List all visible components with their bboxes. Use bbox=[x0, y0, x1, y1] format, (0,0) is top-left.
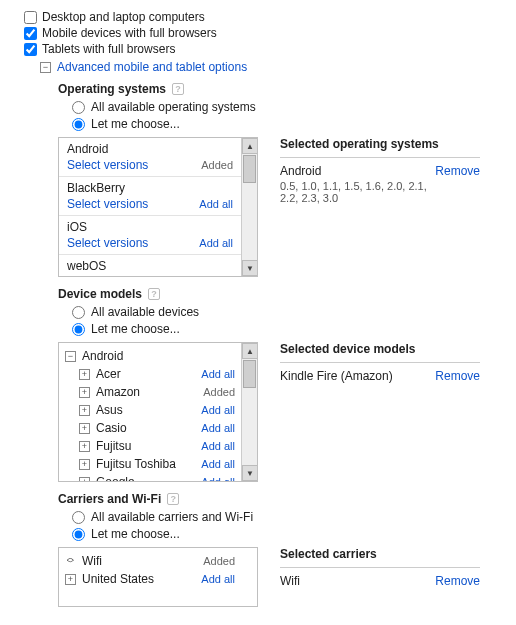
add-all-link[interactable]: Add all bbox=[201, 422, 235, 434]
carriers-section: Carriers and Wi-Fi ? All available carri… bbox=[58, 492, 506, 607]
scrollbar[interactable]: ▲ ▼ bbox=[241, 343, 257, 481]
help-icon[interactable]: ? bbox=[172, 83, 184, 95]
select-versions-link[interactable]: Select versions bbox=[67, 236, 148, 250]
dev-selected-title: Selected device models bbox=[280, 342, 480, 356]
add-all-link[interactable]: Add all bbox=[199, 276, 233, 277]
mobile-checkbox[interactable] bbox=[24, 27, 37, 40]
scroll-up-icon[interactable]: ▲ bbox=[242, 138, 258, 154]
dev-item-name: Amazon bbox=[96, 385, 140, 399]
dev-radio-all-label: All available devices bbox=[91, 305, 199, 319]
device-models-section: Device models ? All available devices Le… bbox=[58, 287, 506, 482]
advanced-link[interactable]: Advanced mobile and tablet options bbox=[57, 60, 247, 74]
tablet-checkbox[interactable] bbox=[24, 43, 37, 56]
expand-icon[interactable]: + bbox=[79, 423, 90, 434]
expand-icon[interactable]: + bbox=[79, 369, 90, 380]
add-all-link[interactable]: Add all bbox=[201, 573, 235, 585]
added-label: Added bbox=[203, 555, 235, 567]
add-all-link[interactable]: Add all bbox=[201, 368, 235, 380]
remove-link[interactable]: Remove bbox=[435, 164, 480, 178]
car-radio-choose-label: Let me choose... bbox=[91, 527, 180, 541]
select-versions-link[interactable]: Select versions bbox=[67, 197, 148, 211]
os-radio-choose[interactable] bbox=[72, 118, 85, 131]
car-radio-choose[interactable] bbox=[72, 528, 85, 541]
dev-item-name: Google bbox=[96, 475, 135, 482]
operating-systems-section: Operating systems ? All available operat… bbox=[58, 82, 506, 277]
add-all-link[interactable]: Add all bbox=[201, 458, 235, 470]
dev-item-name: Asus bbox=[96, 403, 123, 417]
add-all-link[interactable]: Add all bbox=[201, 440, 235, 452]
expand-icon[interactable]: + bbox=[79, 405, 90, 416]
selected-dev-name: Kindle Fire (Amazon) bbox=[280, 369, 393, 383]
car-item-name: Wifi bbox=[82, 554, 102, 568]
desktop-label: Desktop and laptop computers bbox=[42, 10, 205, 24]
select-versions-link[interactable]: Select versions bbox=[67, 158, 148, 172]
car-selected-title: Selected carriers bbox=[280, 547, 480, 561]
dev-radio-choose-label: Let me choose... bbox=[91, 322, 180, 336]
expand-icon[interactable]: + bbox=[79, 477, 90, 483]
scrollbar[interactable]: ▲ ▼ bbox=[241, 138, 257, 276]
dev-parent-name: Android bbox=[82, 349, 123, 363]
wifi-icon: ⌔ bbox=[65, 556, 76, 567]
tablet-label: Tablets with full browsers bbox=[42, 42, 175, 56]
add-all-link[interactable]: Add all bbox=[199, 237, 233, 249]
dev-listbox: −Android+AcerAdd all+AmazonAdded+AsusAdd… bbox=[58, 342, 258, 482]
scroll-thumb[interactable] bbox=[243, 155, 256, 183]
add-all-link[interactable]: Add all bbox=[199, 198, 233, 210]
car-item-name: United States bbox=[82, 572, 154, 586]
os-listbox: AndroidSelect versionsAddedBlackBerrySel… bbox=[58, 137, 258, 277]
os-radio-all[interactable] bbox=[72, 101, 85, 114]
scroll-down-icon[interactable]: ▼ bbox=[242, 465, 258, 481]
car-listbox: ⌔WifiAdded+United StatesAdd all bbox=[58, 547, 258, 607]
car-radio-all[interactable] bbox=[72, 511, 85, 524]
dev-item-name: Fujitsu Toshiba bbox=[96, 457, 176, 471]
os-radio-all-label: All available operating systems bbox=[91, 100, 256, 114]
dev-radio-choose[interactable] bbox=[72, 323, 85, 336]
added-label: Added bbox=[201, 159, 233, 171]
expand-icon[interactable]: + bbox=[79, 459, 90, 470]
expand-icon[interactable]: + bbox=[65, 574, 76, 585]
desktop-checkbox[interactable] bbox=[24, 11, 37, 24]
os-radio-choose-label: Let me choose... bbox=[91, 117, 180, 131]
help-icon[interactable]: ? bbox=[148, 288, 160, 300]
dev-item-name: Fujitsu bbox=[96, 439, 131, 453]
scroll-up-icon[interactable]: ▲ bbox=[242, 343, 258, 359]
os-item-name: iOS bbox=[67, 220, 233, 234]
dev-title: Device models bbox=[58, 287, 142, 301]
dev-item-name: Casio bbox=[96, 421, 127, 435]
os-selected-title: Selected operating systems bbox=[280, 137, 480, 151]
os-title: Operating systems bbox=[58, 82, 166, 96]
selected-os-versions: 0.5, 1.0, 1.1, 1.5, 1.6, 2.0, 2.1, 2.2, … bbox=[280, 180, 430, 204]
car-radio-all-label: All available carriers and Wi-Fi bbox=[91, 510, 253, 524]
remove-link[interactable]: Remove bbox=[435, 369, 480, 383]
add-all-link[interactable]: Add all bbox=[201, 404, 235, 416]
dev-radio-all[interactable] bbox=[72, 306, 85, 319]
remove-link[interactable]: Remove bbox=[435, 574, 480, 588]
selected-os-name: Android bbox=[280, 164, 321, 178]
expand-icon[interactable]: + bbox=[79, 387, 90, 398]
car-title: Carriers and Wi-Fi bbox=[58, 492, 161, 506]
dev-item-name: Acer bbox=[96, 367, 121, 381]
select-versions-link[interactable]: Select versions bbox=[67, 275, 148, 277]
scroll-down-icon[interactable]: ▼ bbox=[242, 260, 258, 276]
add-all-link[interactable]: Add all bbox=[201, 476, 235, 482]
expand-icon[interactable]: + bbox=[79, 441, 90, 452]
scroll-thumb[interactable] bbox=[243, 360, 256, 388]
collapse-icon[interactable]: − bbox=[40, 62, 51, 73]
added-label: Added bbox=[203, 386, 235, 398]
mobile-label: Mobile devices with full browsers bbox=[42, 26, 217, 40]
os-item-name: webOS bbox=[67, 259, 233, 273]
os-item-name: BlackBerry bbox=[67, 181, 233, 195]
os-item-name: Android bbox=[67, 142, 233, 156]
collapse-icon[interactable]: − bbox=[65, 351, 76, 362]
selected-car-name: Wifi bbox=[280, 574, 300, 588]
help-icon[interactable]: ? bbox=[167, 493, 179, 505]
